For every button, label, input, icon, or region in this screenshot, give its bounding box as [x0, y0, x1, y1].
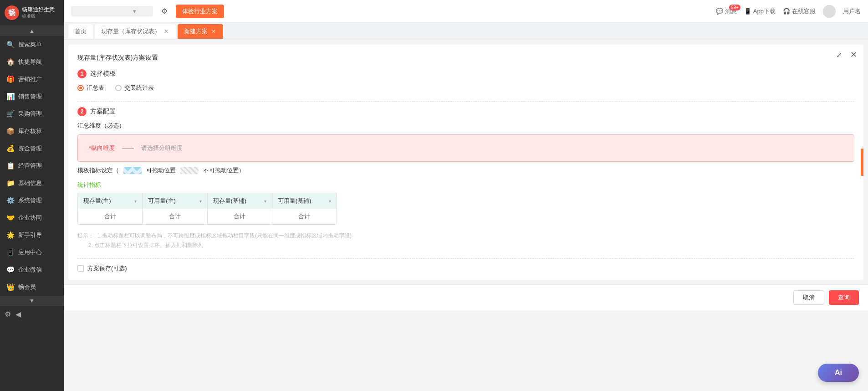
- stats-col-3[interactable]: 现存量(基辅) ▾: [208, 193, 272, 209]
- col2-dropdown-icon[interactable]: ▾: [199, 199, 202, 204]
- sidebar-logo: 畅 畅康通好生意 标准版: [0, 0, 64, 26]
- header-right: 💬 消息 99+ 📱 App下载 🎧 在线客服 用户名: [716, 5, 861, 18]
- app-logo-icon: 畅: [5, 5, 19, 20]
- stats-col-2[interactable]: 可用量(主) ▾: [143, 193, 207, 209]
- radio-cross-dot: [115, 85, 122, 91]
- save-plan-row: 方案保存(可选): [77, 264, 854, 273]
- main-panel: ⤢ ✕ 现存量(库存状况表)方案设置 1 选择模板 汇总表: [68, 45, 863, 280]
- trial-button[interactable]: 体验行业方案: [176, 5, 224, 18]
- panel-expand-button[interactable]: ⤢: [832, 48, 845, 61]
- stats-table-header: 现存量(主) ▾ 可用量(主) ▾ 现存量(基辅) ▾ 可用量(基辅): [78, 193, 337, 209]
- sidebar-item-finance[interactable]: 💰 资金管理: [0, 140, 64, 157]
- draggable-label: 可拖动位置: [146, 166, 176, 175]
- panel-controls: ⤢ ✕: [832, 48, 860, 61]
- draggable-indicator: [123, 167, 142, 174]
- non-draggable-label: 不可拖动位置）: [203, 166, 245, 175]
- step1-title: 选择模板: [90, 70, 116, 78]
- query-button[interactable]: 查询: [829, 290, 859, 305]
- cancel-button[interactable]: 取消: [793, 290, 824, 305]
- sidebar-scroll-down[interactable]: ▼: [0, 296, 64, 306]
- radio-summary[interactable]: 汇总表: [77, 84, 104, 92]
- col3-dropdown-icon[interactable]: ▾: [264, 199, 266, 204]
- radio-cross[interactable]: 交叉统计表: [115, 84, 154, 92]
- step2-header: 2 方案配置: [77, 107, 854, 116]
- top-header: ▾ ⚙ 体验行业方案 💬 消息 99+ 📱 App下载 🎧 在线客服 用户名: [64, 0, 868, 23]
- sidebar-item-inventory[interactable]: 📦 库存核算: [0, 123, 64, 140]
- gift-icon: 🎁: [6, 75, 15, 83]
- tab-home[interactable]: 首页: [68, 24, 93, 39]
- footer-bar: 取消 查询: [64, 284, 868, 310]
- sidebar-item-management[interactable]: 📋 经营管理: [0, 157, 64, 175]
- col1-dropdown-icon[interactable]: ▾: [134, 199, 137, 204]
- tips-section: 提示： 1.拖动标题栏可以调整布局，不可跨维度或指标区域拖动栏目字段(只能在同一…: [77, 232, 854, 249]
- save-plan-label: 方案保存(可选): [87, 264, 127, 273]
- sidebar-item-system[interactable]: ⚙️ 系统管理: [0, 192, 64, 209]
- divider-2: [77, 258, 854, 259]
- sidebar: 畅 畅康通好生意 标准版 ▲ 🔍 搜索菜单 🏠 快捷导航 🎁 营销推广 📊 销售…: [0, 0, 64, 391]
- gear-icon: ⚙️: [6, 196, 15, 205]
- phone-icon: 📱: [6, 248, 15, 257]
- vertical-dim-placeholder: 请选择分组维度: [141, 144, 183, 152]
- header-settings-button[interactable]: ⚙: [158, 5, 171, 18]
- stats-col-1[interactable]: 现存量(主) ▾: [78, 193, 143, 209]
- user-avatar[interactable]: [823, 5, 836, 18]
- sidebar-bottom: ⚙ ◀: [0, 306, 64, 322]
- chart-icon: 📊: [6, 93, 15, 101]
- app-download-button[interactable]: 📱 App下载: [744, 7, 776, 15]
- template-radio-group: 汇总表 交叉统计表: [77, 84, 854, 92]
- sidebar-item-sales[interactable]: 📊 销售管理: [0, 88, 64, 105]
- online-service-button[interactable]: 🎧 在线客服: [783, 7, 816, 15]
- step1-badge: 1: [77, 69, 87, 78]
- headset-icon: 🎧: [783, 8, 790, 15]
- sidebar-scroll-up[interactable]: ▲: [0, 26, 64, 36]
- stats-col-4[interactable]: 可用量(基辅) ▾: [272, 193, 337, 209]
- tab-new-plan-close-icon[interactable]: ✕: [210, 27, 217, 36]
- chat-icon: 💬: [6, 266, 15, 274]
- tab-new-plan[interactable]: 新建方案 ✕: [178, 24, 223, 39]
- message-button[interactable]: 💬 消息 99+: [716, 7, 737, 15]
- panel-close-button[interactable]: ✕: [847, 48, 860, 61]
- clipboard-icon: 📋: [6, 162, 15, 170]
- col4-dropdown-icon[interactable]: ▾: [329, 199, 331, 204]
- money-icon: 💰: [6, 144, 15, 153]
- sidebar-item-basic-info[interactable]: 📁 基础信息: [0, 175, 64, 192]
- dimension-box[interactable]: *纵向维度 —— 请选择分组维度: [77, 134, 854, 162]
- crown-icon: 👑: [6, 283, 15, 291]
- header-search-dropdown-icon[interactable]: ▾: [133, 8, 136, 15]
- sidebar-item-enterprise[interactable]: 🤝 企业协同: [0, 209, 64, 226]
- sidebar-item-purchase[interactable]: 🛒 采购管理: [0, 105, 64, 123]
- sidebar-item-member[interactable]: 👑 畅会员: [0, 278, 64, 296]
- sidebar-item-marketing[interactable]: 🎁 营销推广: [0, 71, 64, 88]
- stats-cell-1: 合计: [78, 209, 143, 224]
- folder-icon: 📁: [6, 179, 15, 187]
- tab-inventory-status[interactable]: 现存量（库存状况表） ✕: [95, 24, 176, 39]
- handshake-icon: 🤝: [6, 214, 15, 222]
- radio-summary-dot: [77, 85, 84, 91]
- header-search-input[interactable]: [76, 8, 130, 15]
- stats-table: 现存量(主) ▾ 可用量(主) ▾ 现存量(基辅) ▾ 可用量(基辅): [77, 193, 337, 225]
- stats-cell-4: 合计: [272, 209, 337, 224]
- stats-table-body: 合计 合计 合计 合计: [78, 209, 337, 224]
- sidebar-item-quick-nav[interactable]: 🏠 快捷导航: [0, 53, 64, 71]
- template-indicator-label: 模板指标设定（: [77, 166, 119, 175]
- sidebar-item-app-center[interactable]: 📱 应用中心: [0, 244, 64, 261]
- sidebar-item-newbie[interactable]: 🌟 新手引导: [0, 226, 64, 244]
- ai-bubble[interactable]: Ai: [818, 364, 859, 382]
- sidebar-item-wechat[interactable]: 💬 企业微信: [0, 261, 64, 278]
- tab-inventory-close-icon[interactable]: ✕: [163, 27, 169, 36]
- settings-bottom-icon[interactable]: ⚙: [5, 310, 11, 319]
- cart-icon: 🛒: [6, 110, 15, 118]
- save-plan-checkbox[interactable]: [77, 265, 84, 272]
- divider-1: [77, 101, 854, 102]
- sidebar-item-search[interactable]: 🔍 搜索菜单: [0, 36, 64, 53]
- right-scroll-indicator: [861, 149, 863, 176]
- tab-bar: 首页 现存量（库存状况表） ✕ 新建方案 ✕: [64, 23, 868, 40]
- collapse-icon[interactable]: ◀: [15, 310, 21, 319]
- home-icon: 🏠: [6, 58, 15, 66]
- dimension-row: *纵向维度 —— 请选择分组维度: [89, 144, 843, 152]
- step1-header: 1 选择模板: [77, 69, 854, 78]
- header-search-area[interactable]: ▾: [71, 6, 153, 16]
- username-label[interactable]: 用户名: [843, 7, 861, 15]
- step2-badge: 2: [77, 107, 87, 116]
- content-area: ⤢ ✕ 现存量(库存状况表)方案设置 1 选择模板 汇总表: [64, 40, 868, 391]
